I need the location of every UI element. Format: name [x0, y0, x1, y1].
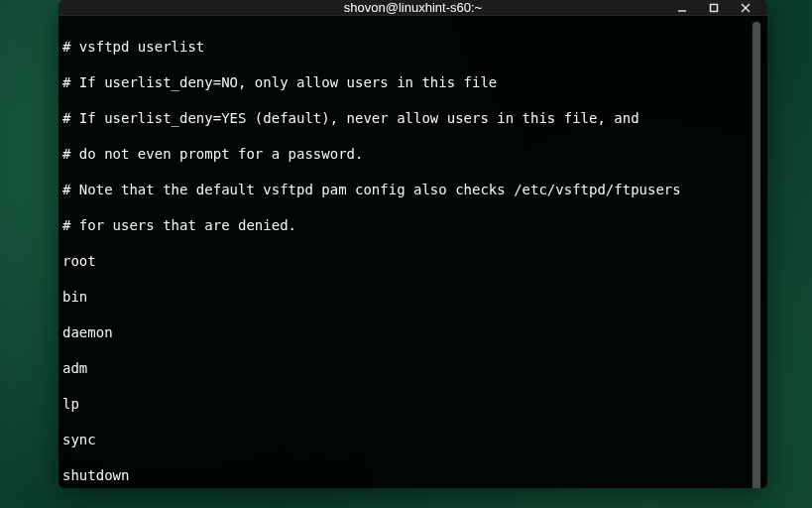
close-icon	[741, 3, 751, 13]
terminal-body[interactable]: # vsftpd userlist # If userlist_deny=NO,…	[58, 16, 767, 488]
comment-line: # do not even prompt for a password.	[62, 145, 748, 163]
comment-line: # If userlist_deny=YES (default), never …	[62, 109, 748, 127]
user-entry: adm	[62, 359, 748, 377]
user-entry: shutdown	[62, 466, 748, 484]
window-controls	[666, 0, 761, 15]
comment-line: # for users that are denied.	[62, 216, 748, 234]
user-entry: lp	[62, 395, 748, 413]
user-entry: bin	[62, 288, 748, 306]
terminal-window: shovon@linuxhint-s60:~ # vsftpd userlist…	[58, 0, 767, 488]
comment-line: # If userlist_deny=NO, only allow users …	[62, 73, 748, 91]
window-title: shovon@linuxhint-s60:~	[344, 0, 482, 15]
terminal-content: # vsftpd userlist # If userlist_deny=NO,…	[62, 20, 748, 488]
user-entry: root	[62, 252, 748, 270]
maximize-icon	[709, 3, 719, 13]
titlebar[interactable]: shovon@linuxhint-s60:~	[58, 0, 767, 16]
svg-rect-1	[711, 4, 718, 11]
minimize-icon	[677, 3, 687, 13]
comment-line: # vsftpd userlist	[62, 38, 748, 56]
scrollbar[interactable]	[752, 20, 761, 488]
scrollbar-thumb[interactable]	[753, 22, 760, 488]
comment-line: # Note that the default vsftpd pam confi…	[62, 181, 748, 198]
user-entry: daemon	[62, 323, 748, 341]
user-entry: sync	[62, 431, 748, 448]
